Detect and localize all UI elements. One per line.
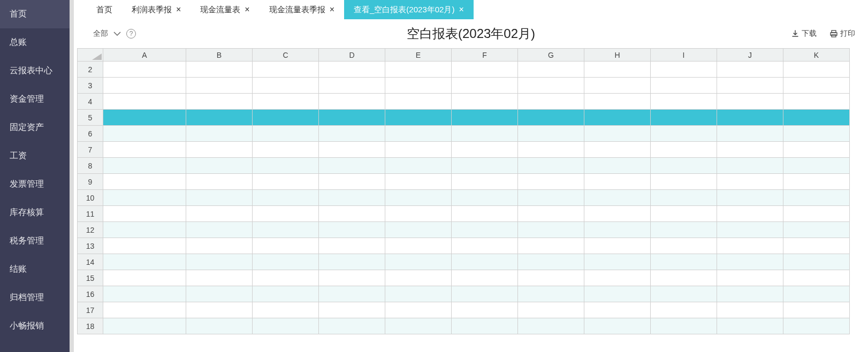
- cell-A15[interactable]: [103, 270, 186, 286]
- cell-A18[interactable]: [103, 318, 186, 334]
- cell-J8[interactable]: [717, 158, 783, 174]
- cell-B5[interactable]: [186, 110, 253, 126]
- cell-J18[interactable]: [717, 318, 783, 334]
- cell-D5[interactable]: [319, 110, 385, 126]
- cell-I9[interactable]: [651, 174, 717, 190]
- cell-K3[interactable]: [783, 78, 850, 94]
- cell-E14[interactable]: [385, 254, 452, 270]
- cell-A12[interactable]: [103, 222, 186, 238]
- cell-D17[interactable]: [319, 302, 385, 318]
- cell-G7[interactable]: [518, 142, 584, 158]
- cell-D13[interactable]: [319, 238, 385, 254]
- cell-C2[interactable]: [253, 62, 319, 78]
- cell-B11[interactable]: [186, 206, 253, 222]
- cell-C6[interactable]: [253, 126, 319, 142]
- cell-F3[interactable]: [452, 78, 518, 94]
- cell-K6[interactable]: [783, 126, 850, 142]
- row-header-16[interactable]: 16: [78, 286, 103, 302]
- cell-K9[interactable]: [783, 174, 850, 190]
- cell-H15[interactable]: [584, 270, 651, 286]
- cell-K11[interactable]: [783, 206, 850, 222]
- cell-F10[interactable]: [452, 190, 518, 206]
- help-icon[interactable]: ?: [126, 29, 136, 39]
- cell-K17[interactable]: [783, 302, 850, 318]
- cell-K15[interactable]: [783, 270, 850, 286]
- cell-E3[interactable]: [385, 78, 452, 94]
- cell-F12[interactable]: [452, 222, 518, 238]
- cell-H14[interactable]: [584, 254, 651, 270]
- cell-C4[interactable]: [253, 94, 319, 110]
- sidebar-item-expense[interactable]: 小畅报销: [0, 312, 70, 340]
- cell-D6[interactable]: [319, 126, 385, 142]
- cell-B2[interactable]: [186, 62, 253, 78]
- cell-C3[interactable]: [253, 78, 319, 94]
- row-header-14[interactable]: 14: [78, 254, 103, 270]
- cell-G16[interactable]: [518, 286, 584, 302]
- cell-E13[interactable]: [385, 238, 452, 254]
- cell-I11[interactable]: [651, 206, 717, 222]
- cell-A3[interactable]: [103, 78, 186, 94]
- cell-F2[interactable]: [452, 62, 518, 78]
- cell-C14[interactable]: [253, 254, 319, 270]
- cell-B17[interactable]: [186, 302, 253, 318]
- sidebar-item-salary[interactable]: 工资: [0, 142, 70, 170]
- row-header-13[interactable]: 13: [78, 238, 103, 254]
- cell-A8[interactable]: [103, 158, 186, 174]
- cell-B9[interactable]: [186, 174, 253, 190]
- cell-E5[interactable]: [385, 110, 452, 126]
- cell-B8[interactable]: [186, 158, 253, 174]
- cell-H3[interactable]: [584, 78, 651, 94]
- column-header-I[interactable]: I: [651, 49, 717, 62]
- row-header-8[interactable]: 8: [78, 158, 103, 174]
- cell-G3[interactable]: [518, 78, 584, 94]
- cell-F5[interactable]: [452, 110, 518, 126]
- cell-I6[interactable]: [651, 126, 717, 142]
- cell-I15[interactable]: [651, 270, 717, 286]
- cell-C5[interactable]: [253, 110, 319, 126]
- cell-G17[interactable]: [518, 302, 584, 318]
- cell-K10[interactable]: [783, 190, 850, 206]
- row-header-2[interactable]: 2: [78, 62, 103, 78]
- cell-J12[interactable]: [717, 222, 783, 238]
- cell-I4[interactable]: [651, 94, 717, 110]
- cell-I2[interactable]: [651, 62, 717, 78]
- cell-B6[interactable]: [186, 126, 253, 142]
- tab-4[interactable]: 查看_空白报表(2023年02月)×: [344, 0, 474, 19]
- cell-H4[interactable]: [584, 94, 651, 110]
- cell-B18[interactable]: [186, 318, 253, 334]
- cell-K5[interactable]: [783, 110, 850, 126]
- cell-C16[interactable]: [253, 286, 319, 302]
- cell-H12[interactable]: [584, 222, 651, 238]
- cell-D4[interactable]: [319, 94, 385, 110]
- print-button[interactable]: 打印: [829, 29, 855, 39]
- cell-A5[interactable]: [103, 110, 186, 126]
- cell-I13[interactable]: [651, 238, 717, 254]
- column-header-C[interactable]: C: [253, 49, 319, 62]
- cell-G8[interactable]: [518, 158, 584, 174]
- cell-D12[interactable]: [319, 222, 385, 238]
- spreadsheet[interactable]: ABCDEFGHIJK23456789101112131415161718: [74, 48, 868, 352]
- cell-D7[interactable]: [319, 142, 385, 158]
- close-icon[interactable]: ×: [176, 5, 181, 14]
- cell-D3[interactable]: [319, 78, 385, 94]
- cell-A16[interactable]: [103, 286, 186, 302]
- cell-F14[interactable]: [452, 254, 518, 270]
- row-header-17[interactable]: 17: [78, 302, 103, 318]
- cell-C9[interactable]: [253, 174, 319, 190]
- filter-dropdown[interactable]: 全部 ?: [93, 29, 136, 39]
- cell-I17[interactable]: [651, 302, 717, 318]
- cell-F6[interactable]: [452, 126, 518, 142]
- cell-H17[interactable]: [584, 302, 651, 318]
- cell-E8[interactable]: [385, 158, 452, 174]
- close-icon[interactable]: ×: [245, 5, 249, 14]
- cell-C17[interactable]: [253, 302, 319, 318]
- cell-B12[interactable]: [186, 222, 253, 238]
- cell-J14[interactable]: [717, 254, 783, 270]
- select-all-corner[interactable]: [78, 49, 103, 62]
- cell-B15[interactable]: [186, 270, 253, 286]
- tab-2[interactable]: 现金流量表×: [191, 0, 259, 19]
- cell-C13[interactable]: [253, 238, 319, 254]
- download-button[interactable]: 下载: [791, 29, 817, 39]
- cell-J5[interactable]: [717, 110, 783, 126]
- cell-C15[interactable]: [253, 270, 319, 286]
